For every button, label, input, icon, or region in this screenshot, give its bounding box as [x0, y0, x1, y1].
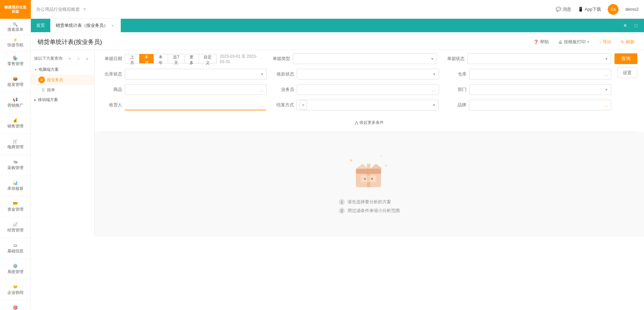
collapse-filter-button[interactable]: ⋀ 收起更多条件: [351, 118, 388, 127]
settlement-clear-icon[interactable]: ×: [302, 103, 305, 107]
filter-area-wrapper: 单据日期 上月 本月 本年 近7天 更多 自定义: [95, 50, 644, 132]
out-status-label: 出库状态: [101, 71, 125, 77]
svg-point-5: [371, 178, 373, 180]
date-filter: 上月 本月 本年 近7天 更多 自定义 2023-03-01 至 2023-03…: [125, 54, 263, 64]
filter-row-4: 收货人 … 结算方式: [101, 100, 611, 110]
user-name[interactable]: demo2: [625, 7, 639, 12]
tree-group-mobile-toggle[interactable]: ▶ 移动端方案: [31, 95, 94, 105]
page-actions: ❓ 帮助 🖨 按模板打印 ▼ ↑ 导出 ↻ 刷新: [531, 38, 637, 46]
brand-dots: …: [604, 103, 608, 108]
brand-select[interactable]: …: [469, 100, 611, 110]
tree-group-desktop-toggle[interactable]: ▼ 电脑端方案: [31, 65, 94, 74]
salesperson-select[interactable]: …: [297, 84, 439, 95]
tab-sales-stat[interactable]: 销货单统计表（按业务员） ×: [50, 19, 121, 32]
export-button[interactable]: ↑ 导出: [597, 38, 614, 46]
sidebar-item-corp[interactable]: 🤝 企业协同: [0, 280, 31, 301]
filter-row-2: 出库状态 ▼ 收款状态: [101, 69, 611, 80]
help-icon: ❓: [533, 40, 539, 45]
print-button[interactable]: 🖨 按模板打印 ▼: [555, 38, 593, 46]
date-btn-last-month[interactable]: 上月: [125, 54, 140, 63]
collect-status-chevron-icon: ▼: [433, 72, 436, 76]
receiver-dots: …: [259, 102, 264, 107]
wholesale-icon: 📦: [1, 76, 29, 81]
refresh-button[interactable]: ↻ 刷新: [618, 38, 637, 46]
hint-1-num: 1: [339, 199, 345, 205]
settlement-select[interactable]: × ▼: [297, 100, 439, 110]
sidebar-item-ecommerce[interactable]: 🛒 电商管理: [0, 134, 31, 155]
date-btn-this-month[interactable]: 本月: [139, 54, 154, 63]
left-panel-title: 按以下方案查询: [34, 56, 62, 61]
brand-label: 品牌: [445, 102, 469, 108]
page-title: 销货单统计表(按业务员): [38, 38, 102, 46]
sidebar-item-finance[interactable]: 💳 资金管理: [0, 197, 31, 217]
sidebar-item-search[interactable]: 🔍 搜索菜单: [0, 19, 31, 35]
sidebar-item-inventory[interactable]: 📊 库存核算: [0, 176, 31, 197]
tree-group-mobile: ▶ 移动端方案: [31, 95, 94, 105]
help-button[interactable]: ❓ 帮助: [531, 38, 551, 46]
marketing-icon: 📢: [1, 97, 29, 102]
messages-button[interactable]: 💬 消息: [556, 6, 571, 12]
export-icon: ↑: [599, 40, 602, 45]
warehouse-select[interactable]: …: [469, 69, 611, 80]
collect-status-label: 收款状态: [273, 71, 297, 77]
topbar-left: 办公用品行业模拟账套 ▼: [36, 6, 87, 12]
tree-group-desktop: ▼ 电脑端方案 ⚙ 按业务员 ☰ 按单: [31, 65, 94, 95]
filter-rows: 单据日期 上月 本月 本年 近7天 更多 自定义: [101, 53, 611, 115]
print-icon: 🖨: [558, 40, 562, 45]
setting-button[interactable]: 设置: [617, 67, 637, 78]
receiver-input[interactable]: …: [125, 100, 266, 110]
date-btn-more[interactable]: 更多: [184, 54, 199, 63]
app-download-button[interactable]: 📱 App下载: [578, 6, 601, 12]
logo-text: 畅捷通好生意 标版: [4, 5, 26, 14]
date-btn-this-year[interactable]: 本年: [153, 54, 168, 63]
content-inner: 销货单统计表(按业务员) ❓ 帮助 🖨 按模板打印 ▼ ↑ 导出: [31, 32, 644, 310]
sidebar-item-operations[interactable]: 📈 经营管理: [0, 217, 31, 238]
hint-2-num: 2: [339, 208, 345, 214]
sidebar-nav: 🏪 零售管理 📦 批发管理 📢 营销推广 💰 销售管理 🛒 电商管理 🛍 采购管…: [0, 51, 31, 310]
tab-minimize-button[interactable]: ×: [620, 20, 631, 31]
tree-item-by-order[interactable]: ☰ 按单: [31, 85, 94, 95]
sidebar-item-retail[interactable]: 🏪 零售管理: [0, 51, 31, 72]
doc-type-select[interactable]: ▼: [293, 53, 437, 64]
filter-section: 单据日期 上月 本月 本年 近7天 更多 自定义: [95, 50, 644, 115]
finance-icon: 💳: [1, 201, 29, 206]
add-scheme-button[interactable]: +: [66, 55, 73, 62]
product-select[interactable]: …: [125, 84, 267, 95]
collect-status-select[interactable]: ▼: [297, 69, 439, 80]
purchase-icon: 🛍: [1, 160, 29, 164]
doc-status-select[interactable]: ▼: [467, 53, 611, 64]
product-dots: …: [259, 87, 264, 92]
sidebar-item-marketing[interactable]: 📢 营销推广: [0, 93, 31, 113]
filter-row-3: 商品 … 业务员: [101, 84, 611, 95]
edit-scheme-button[interactable]: ○: [75, 55, 82, 62]
app-download-icon: 📱: [578, 7, 583, 12]
edit-icon: ○: [77, 56, 80, 61]
tab-home[interactable]: 首页: [31, 19, 50, 32]
sidebar-item-quick-nav[interactable]: ⚡ 快捷导航: [0, 35, 31, 51]
department-select[interactable]: ▼: [469, 84, 611, 95]
tab-close-icon[interactable]: ×: [110, 23, 115, 28]
date-btn-custom[interactable]: 自定义: [199, 54, 217, 63]
sidebar-item-newuser[interactable]: 🎯 新手引导: [0, 301, 31, 310]
out-status-select[interactable]: ▼: [125, 69, 267, 80]
tree-item-by-salesperson[interactable]: ⚙ 按业务员: [31, 74, 94, 85]
sidebar-item-system[interactable]: ⚙️ 系统管理: [0, 259, 31, 280]
empty-state: ✦ ✦ ✦ 1 请先选择要分析的方案 2 用过滤条件来缩小分析范围: [95, 132, 644, 237]
department-chevron-icon: ▼: [605, 88, 608, 92]
svg-rect-3: [361, 175, 376, 182]
app-logo[interactable]: 畅捷通好生意 标版: [0, 0, 31, 19]
chevron-right-icon: ▶: [34, 98, 37, 102]
sidebar-item-wholesale[interactable]: 📦 批发管理: [0, 72, 31, 93]
sales-icon: 💰: [1, 118, 29, 123]
date-btn-last-7days[interactable]: 近7天: [168, 54, 184, 63]
svg-text:✦: ✦: [349, 158, 353, 163]
tab-maximize-button[interactable]: □: [631, 20, 641, 31]
sidebar-item-sales[interactable]: 💰 销售管理: [0, 113, 31, 134]
chevron-down-icon: ▼: [34, 68, 37, 71]
sidebar-item-purchase[interactable]: 🛍 采购管理: [0, 155, 31, 176]
settlement-tag: ×: [300, 100, 307, 110]
sidebar-item-basic[interactable]: 🗂 基础信息: [0, 238, 31, 259]
query-button[interactable]: 查询: [614, 53, 637, 64]
avatar[interactable]: Ea: [608, 4, 619, 15]
collapse-panel-button[interactable]: «: [84, 55, 91, 62]
